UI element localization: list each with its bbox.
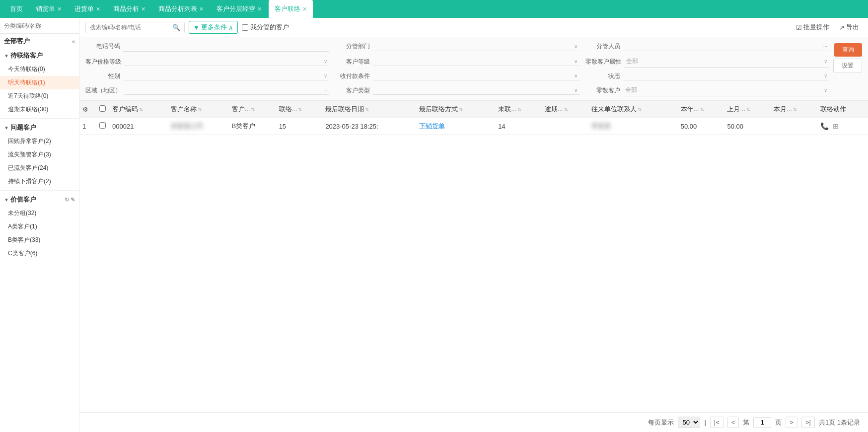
nav-purchase-order[interactable]: 进货单 ✕ xyxy=(69,0,106,18)
status-arrow-icon: ∨ xyxy=(824,73,827,78)
row-unit-contact: 李某某 xyxy=(588,118,678,135)
last-method-link[interactable]: 下销货单 xyxy=(419,122,445,130)
filter-customer-type: 客户类型 ∨ xyxy=(335,86,579,95)
my-customers-checkbox[interactable]: 我分管的客户 xyxy=(242,23,289,32)
pending-section-label: 待联络客户 xyxy=(10,51,43,60)
sidebar-all-customers[interactable]: 全部客户 « xyxy=(0,34,79,49)
search-input[interactable] xyxy=(90,24,172,31)
filter-area: 区域（地区） ··· xyxy=(85,86,329,95)
row-checkbox[interactable] xyxy=(99,122,106,129)
nav-close-icon[interactable]: ✕ xyxy=(96,6,100,12)
col-last-month[interactable]: 上月...⇅ xyxy=(724,101,771,118)
sidebar-item-today-pending[interactable]: 今天待联络(0) xyxy=(0,63,79,76)
settings-icon[interactable]: ⚙ xyxy=(82,106,88,113)
nav-close-icon[interactable]: ✕ xyxy=(257,6,262,12)
sidebar-item-declining[interactable]: 持续下滑客户(2) xyxy=(0,175,79,188)
col-checkbox[interactable] xyxy=(95,101,109,118)
sidebar-pending-section: ▼ 待联络客户 xyxy=(0,49,79,63)
reset-button[interactable]: 设置 xyxy=(833,59,862,73)
col-unit-contact[interactable]: 往来单位联系人⇅ xyxy=(588,101,678,118)
footer-pagination: 每页显示 50 | |< < 第 页 > >| 共1页 1条记录 xyxy=(79,412,868,432)
nav-close-icon[interactable]: ✕ xyxy=(141,6,145,12)
sidebar-item-7day-pending[interactable]: 近7天待联络(0) xyxy=(0,89,79,103)
phone-input[interactable] xyxy=(123,41,329,52)
last-page-btn[interactable]: >| xyxy=(801,417,815,428)
first-page-btn[interactable]: |< xyxy=(710,417,723,428)
value-level-select[interactable]: ∨ xyxy=(124,57,329,66)
sidebar-item-churn-warning[interactable]: 流失预警客户(3) xyxy=(0,148,79,161)
col-overdue[interactable]: 逾期...⇅ xyxy=(542,101,588,118)
row-this-year: 50.00 xyxy=(678,118,724,135)
page-number-input[interactable] xyxy=(753,417,771,428)
per-page-select[interactable]: 50 xyxy=(678,417,700,428)
sidebar-search-input[interactable] xyxy=(4,22,78,29)
retail-attr-select[interactable]: 全部 ∨ xyxy=(624,56,829,68)
search-icon[interactable]: 🔍 xyxy=(172,24,180,31)
status-select[interactable]: ∨ xyxy=(623,72,829,80)
sidebar-item-tomorrow-pending[interactable]: 明天待联络(1) xyxy=(0,76,79,89)
action-phone-icon[interactable]: 📞 xyxy=(820,122,829,130)
select-all-checkbox[interactable] xyxy=(99,105,106,112)
sidebar-item-class-a[interactable]: A类客户(1) xyxy=(0,220,79,233)
retail-customer-select[interactable]: 全部 ∨ xyxy=(623,84,829,96)
next-page-btn[interactable]: > xyxy=(786,417,797,428)
customer-level-label: 客户等级 xyxy=(335,58,370,66)
more-conditions-btn[interactable]: ▼ 更多条件 ∧ xyxy=(189,21,238,34)
col-no-contact[interactable]: 未联...⇅ xyxy=(495,101,542,118)
sort-icon: ⇅ xyxy=(638,107,642,112)
collapse-icon[interactable]: « xyxy=(72,38,75,44)
my-customers-check[interactable] xyxy=(242,24,248,31)
manager-select[interactable]: ··· xyxy=(623,42,829,51)
sort-icon: ⇅ xyxy=(298,107,302,112)
filter-payment: 收付款条件 ∨ xyxy=(335,72,579,80)
col-code[interactable]: 客户编码⇅ xyxy=(109,101,168,118)
col-last-date[interactable]: 最后联络日期⇅ xyxy=(322,101,416,118)
sidebar-item-class-c[interactable]: C类客户(6) xyxy=(0,247,79,260)
phone-label: 电话号码 xyxy=(85,42,120,51)
col-last-method[interactable]: 最后联络方式⇅ xyxy=(416,101,495,118)
filter-status: 状态 ∨ xyxy=(585,72,829,80)
gender-select[interactable]: ∨ xyxy=(123,72,329,80)
sidebar-item-class-b[interactable]: B类客户(33) xyxy=(0,233,79,247)
col-name[interactable]: 客户名称⇅ xyxy=(168,101,229,118)
nav-close-icon[interactable]: ✕ xyxy=(57,6,62,12)
row-no-contact: 14 xyxy=(495,118,542,135)
row-checkbox-cell[interactable] xyxy=(95,118,109,135)
payment-select[interactable]: ∨ xyxy=(373,72,579,80)
sort-icon: ⇅ xyxy=(365,107,369,112)
nav-home[interactable]: 首页 xyxy=(4,0,29,18)
export-label: 导出 xyxy=(846,23,859,32)
area-select[interactable]: ··· xyxy=(124,86,329,95)
sidebar-item-ungrouped[interactable]: 未分组(32) xyxy=(0,207,79,220)
sidebar-item-repurchase-abnormal[interactable]: 回购异常客户(2) xyxy=(0,135,79,148)
col-contact[interactable]: 联络...⇅ xyxy=(276,101,323,118)
nav-sales-order[interactable]: 销货单 ✕ xyxy=(30,0,68,18)
sidebar-item-churned[interactable]: 已流失客户(24) xyxy=(0,161,79,175)
dept-select[interactable]: ∨ xyxy=(373,42,579,51)
sort-icon: ⇅ xyxy=(746,107,750,112)
query-button[interactable]: 查询 xyxy=(834,43,862,57)
table-header: ⚙ 客户编码⇅ 客户名称⇅ 客户...⇅ 联络...⇅ 最后联络日期⇅ 最后联络… xyxy=(79,101,868,118)
nav-customer-tier[interactable]: 客户分层经营 ✕ xyxy=(211,0,268,18)
nav-close-icon[interactable]: ✕ xyxy=(302,6,307,12)
nav-customer-contact[interactable]: 客户联络 ✕ xyxy=(269,0,313,18)
pagination-separator: | xyxy=(704,419,706,426)
batch-operation-btn[interactable]: ☑ 批量操作 xyxy=(793,21,832,33)
export-btn[interactable]: ↗ 导出 xyxy=(836,21,862,33)
customer-type-select[interactable]: ∨ xyxy=(373,86,579,95)
nav-sales-order-label: 销货单 xyxy=(36,4,55,13)
col-type[interactable]: 客户...⇅ xyxy=(229,101,276,118)
nav-product-analysis[interactable]: 商品分析 ✕ xyxy=(107,0,151,18)
col-this-year[interactable]: 本年...⇅ xyxy=(678,101,724,118)
nav-product-analysis-list[interactable]: 商品分析列表 ✕ xyxy=(152,0,210,18)
row-last-method[interactable]: 下销货单 xyxy=(416,118,495,135)
col-this-month[interactable]: 本月...⇅ xyxy=(771,101,817,118)
col-settings[interactable]: ⚙ xyxy=(79,101,95,118)
right-actions: ☑ 批量操作 ↗ 导出 xyxy=(793,21,862,33)
action-more-icon[interactable]: ⊞ xyxy=(833,122,839,130)
sidebar-item-overdue-pending[interactable]: 逾期未联络(30) xyxy=(0,103,79,116)
customer-level-select[interactable]: ∨ xyxy=(373,57,579,66)
payment-arrow-icon: ∨ xyxy=(574,73,578,78)
prev-page-btn[interactable]: < xyxy=(727,417,739,428)
nav-close-icon[interactable]: ✕ xyxy=(199,6,204,12)
